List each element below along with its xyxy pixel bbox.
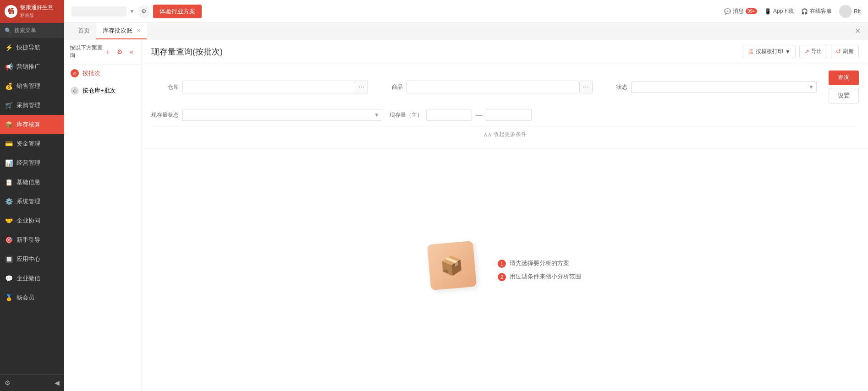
sidebar-search[interactable]: 🔍 搜索菜单: [0, 23, 64, 38]
sidebar-header: 畅 畅康通好生意 标准版: [0, 0, 64, 23]
stock-qty-separator: —: [476, 111, 482, 119]
app-download-btn[interactable]: 📱 App下载: [764, 7, 794, 15]
headset-icon: 🎧: [801, 8, 808, 15]
tab-home-label: 首页: [78, 27, 90, 35]
product-input[interactable]: [407, 81, 579, 93]
message-btn[interactable]: 💬 消息 99+: [724, 7, 757, 15]
print-label: 按模板打印: [756, 48, 783, 55]
purchase-label: 采购管理: [16, 101, 40, 109]
search-form: 仓库 ··· 商品 ··· 状态: [142, 64, 868, 149]
apps-label: 应用中心: [16, 255, 40, 263]
breadcrumb-input[interactable]: [71, 6, 126, 16]
basics-label: 基础信息: [16, 178, 40, 186]
sidebar-item-marketing[interactable]: 📢 营销推广: [0, 57, 64, 76]
add-scheme-btn[interactable]: +: [103, 47, 112, 56]
app-title: 畅康通好生意: [20, 4, 53, 11]
enterprise-label: 企业协同: [16, 217, 40, 225]
message-icon: 💬: [724, 8, 731, 15]
app-version: 标准版: [20, 12, 53, 19]
sidebar-item-enterprise[interactable]: 🤝 企业协同: [0, 211, 64, 230]
scheme-item-by-warehouse-batch[interactable]: ⊙ 按仓库+批次: [64, 82, 142, 99]
collapse-label: 收起更多条件: [494, 130, 527, 138]
left-panel-title: 按以下方案查询: [70, 44, 103, 60]
topbar-settings-btn[interactable]: ⚙: [137, 5, 150, 18]
form-settings-btn[interactable]: 设置: [829, 88, 859, 103]
page-header-actions: 🖨 按模板打印 ▼ ↗ 导出 ↺ 刷新: [743, 45, 859, 58]
export-icon: ↗: [804, 48, 809, 55]
sidebar-settings-btn[interactable]: ⚙: [5, 379, 11, 386]
stock-status-select[interactable]: 有库存 无库存: [182, 109, 382, 121]
sidebar-item-system[interactable]: ⚙️ 系统管理: [0, 192, 64, 211]
empty-face-icon: 📦: [439, 254, 464, 277]
sidebar-search-label: 搜索菜单: [14, 27, 36, 34]
marketing-icon: 📢: [5, 63, 13, 71]
sidebar-collapse-btn[interactable]: ◀: [55, 379, 60, 386]
left-panel: 按以下方案查询 + ⚙ « ⊙ 按批次 ⊙ 按仓库+批次: [64, 39, 142, 391]
sidebar-item-apps[interactable]: 🔲 应用中心: [0, 250, 64, 269]
scheme-item-by-batch[interactable]: ⊙ 按批次: [64, 65, 142, 82]
sidebar-item-newbie[interactable]: 🎯 新手引导: [0, 230, 64, 250]
stock-qty-from-input[interactable]: [426, 109, 472, 121]
empty-tip-2: 2 用过滤条件来缩小分析范围: [498, 272, 581, 281]
query-btn[interactable]: 查询: [829, 71, 859, 85]
sidebar-item-inventory[interactable]: 📦 库存核算: [0, 115, 64, 134]
sidebar-nav: ⚡ 快捷导航 📢 营销推广 💰 销售管理 🛒 采购管理 📦 库存核算 💳 资金管…: [0, 38, 64, 374]
refresh-btn[interactable]: ↺ 刷新: [831, 45, 859, 58]
sidebar-item-operations[interactable]: 📊 经营管理: [0, 153, 64, 173]
tip-2-num: 2: [498, 273, 506, 281]
online-service-label: 在线客服: [810, 7, 832, 15]
app-logo: 畅: [5, 5, 17, 18]
export-btn[interactable]: ↗ 导出: [799, 45, 827, 58]
user-profile[interactable]: Rit: [839, 5, 861, 18]
page-title: 现存量查询(按批次): [151, 46, 223, 57]
sales-label: 销售管理: [16, 82, 40, 90]
sidebar-item-member[interactable]: 🏅 畅会员: [0, 288, 64, 307]
product-more-btn[interactable]: ···: [580, 81, 593, 93]
wechat-icon: 💬: [5, 274, 13, 282]
print-btn[interactable]: 🖨 按模板打印 ▼: [743, 45, 796, 58]
status-select[interactable]: 启用 停用: [631, 81, 817, 93]
operations-label: 经营管理: [16, 159, 40, 167]
member-icon: 🏅: [5, 293, 13, 302]
status-field: 状态 启用 停用 ▼: [600, 81, 817, 93]
tab-inventory-batch[interactable]: 库存批次账 ×: [96, 23, 147, 39]
operations-icon: 📊: [5, 159, 13, 167]
warehouse-more-btn[interactable]: ···: [355, 81, 368, 93]
breadcrumb: ▼ ⚙ 体验行业方案: [71, 5, 720, 18]
sidebar-item-basics[interactable]: 📋 基础信息: [0, 173, 64, 192]
sidebar-item-quick-nav[interactable]: ⚡ 快捷导航: [0, 38, 64, 57]
sidebar-item-sales[interactable]: 💰 销售管理: [0, 76, 64, 96]
tab-close-icon[interactable]: ×: [137, 27, 140, 34]
sidebar-item-finance[interactable]: 💳 资金管理: [0, 134, 64, 153]
experience-btn[interactable]: 体验行业方案: [153, 5, 202, 18]
refresh-icon: ↺: [836, 48, 841, 55]
warehouse-input[interactable]: [182, 81, 355, 93]
collapse-more-btn[interactable]: ∧∧ 收起更多条件: [151, 126, 859, 142]
online-service-btn[interactable]: 🎧 在线客服: [801, 7, 832, 15]
user-name: Rit: [854, 8, 861, 15]
close-panel-btn[interactable]: ✕: [855, 27, 861, 35]
form-row-1: 仓库 ··· 商品 ··· 状态: [151, 71, 859, 103]
inventory-label: 库存核算: [16, 120, 40, 129]
empty-illustration: 📦: [429, 243, 484, 298]
page-header: 现存量查询(按批次) 🖨 按模板打印 ▼ ↗ 导出 ↺ 刷新: [142, 39, 868, 64]
stock-qty-to-input[interactable]: [486, 109, 532, 121]
scheme-settings-btn[interactable]: ⚙: [115, 47, 124, 56]
empty-tips: 1 请先选择要分析的方案 2 用过滤条件来缩小分析范围: [498, 259, 581, 281]
scheme-by-warehouse-batch-icon: ⊙: [71, 87, 79, 95]
print-icon: 🖨: [748, 48, 754, 55]
quick-nav-label: 快捷导航: [16, 43, 40, 52]
sidebar-item-wechat[interactable]: 💬 企业微信: [0, 269, 64, 288]
export-label: 导出: [811, 48, 822, 55]
product-field: 商品 ···: [375, 81, 592, 93]
warehouse-field: 仓库 ···: [151, 81, 368, 93]
app-download-label: App下载: [773, 7, 794, 15]
sidebar-item-purchase[interactable]: 🛒 采购管理: [0, 96, 64, 115]
search-icon: 🔍: [5, 27, 11, 34]
product-label: 商品: [375, 83, 403, 91]
scheme-collapse-btn[interactable]: «: [127, 47, 136, 56]
message-badge: 99+: [746, 8, 757, 14]
marketing-label: 营销推广: [16, 63, 40, 71]
tabbar: 首页 库存批次账 × ✕: [64, 23, 868, 39]
tab-home[interactable]: 首页: [71, 23, 96, 39]
